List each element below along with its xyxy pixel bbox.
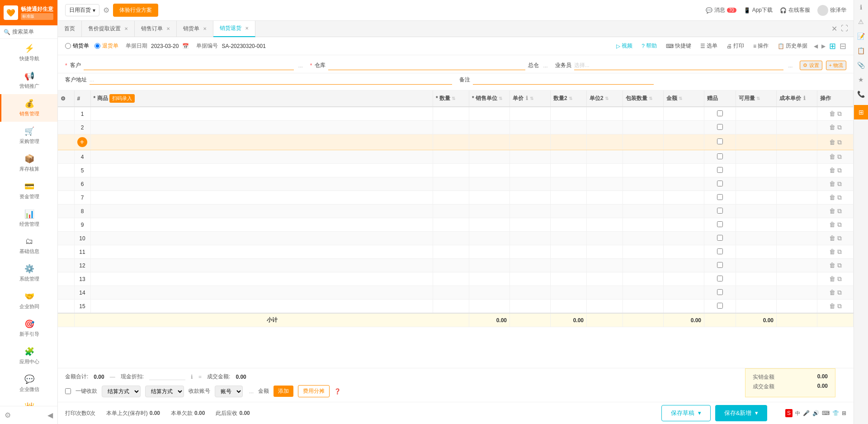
dropdown-icon[interactable]: ▾ [698, 410, 701, 416]
help-btn[interactable]: ? 帮助 [639, 41, 660, 51]
radio-return[interactable]: 退货单 [94, 42, 118, 50]
select-btn[interactable]: ☰ 选单 [698, 41, 720, 51]
row-delete-11[interactable]: 🗑 [829, 248, 835, 256]
qty-sort-icon[interactable]: ⇅ [452, 96, 455, 101]
gift-checkbox-11[interactable] [717, 248, 723, 254]
unit-sort-icon[interactable]: ⇅ [499, 96, 502, 101]
row-copy-10[interactable]: ⧉ [837, 234, 842, 242]
row-delete-6[interactable]: 🗑 [829, 180, 835, 188]
row-delete-10[interactable]: 🗑 [829, 234, 835, 242]
radio-sale[interactable]: 销货单 [65, 42, 89, 50]
list-view-icon[interactable]: ⊞ [829, 41, 836, 51]
sidebar-item-inventory[interactable]: 📦 库存核算 [0, 149, 57, 177]
gift-checkbox-3[interactable] [717, 138, 723, 144]
product-input-11[interactable] [94, 249, 430, 255]
product-input-9[interactable] [94, 222, 430, 228]
rs-log-icon[interactable]: 📋 [857, 47, 865, 54]
row-gift-7[interactable] [704, 191, 736, 205]
row-product-5[interactable] [90, 164, 433, 177]
row-copy-6[interactable]: ⧉ [837, 180, 842, 188]
sidebar-item-marketing[interactable]: 📢 营销推广 [0, 67, 57, 94]
row-delete-5[interactable]: 🗑 [829, 167, 835, 174]
radio-sale-input[interactable] [65, 43, 71, 49]
calc-method-select2[interactable]: 结算方式 [145, 386, 184, 397]
row-gift-6[interactable] [704, 177, 736, 191]
row-product-14[interactable] [90, 286, 433, 300]
product-input-1[interactable] [94, 111, 430, 117]
rs-phone-icon[interactable]: 📞 [857, 91, 865, 98]
row-delete-3[interactable]: 🗑 [829, 138, 835, 146]
tab-sales-order[interactable]: 销售订单 ✕ [135, 21, 177, 37]
one-click-payment-checkbox[interactable] [65, 388, 71, 394]
row-copy-9[interactable]: ⧉ [837, 221, 842, 229]
sidebar-item-newbie[interactable]: 🎯 新手引导 [0, 314, 57, 342]
address-input[interactable] [90, 75, 452, 85]
row-gift-10[interactable] [704, 232, 736, 245]
row-gift-5[interactable] [704, 164, 736, 177]
history-next-icon[interactable]: ▶ [821, 43, 826, 49]
gift-checkbox-14[interactable] [717, 289, 723, 295]
row-delete-12[interactable]: 🗑 [829, 262, 835, 269]
gift-checkbox-7[interactable] [717, 194, 723, 200]
note-input[interactable] [473, 75, 654, 85]
row-product-12[interactable] [90, 259, 433, 272]
product-input-15[interactable] [94, 303, 430, 310]
gift-checkbox-6[interactable] [717, 181, 723, 186]
row-delete-13[interactable]: 🗑 [829, 275, 835, 283]
sidebar-item-finance[interactable]: 💳 资金管理 [0, 177, 57, 205]
account-select[interactable]: 账号 [215, 386, 243, 397]
sidebar-item-system[interactable]: ⚙️ 系统管理 [0, 259, 57, 287]
tab-sales-delivery[interactable]: 销货单 ✕ [177, 21, 213, 37]
row-gift-1[interactable] [704, 107, 736, 121]
row-copy-1[interactable]: ⧉ [837, 110, 842, 118]
row-product-2[interactable] [90, 121, 433, 134]
sidebar-item-shortcut[interactable]: ⚡ 快捷导航 [0, 39, 57, 67]
save-new-btn[interactable]: 保存&新增 ▾ [715, 405, 767, 421]
salesperson-dots[interactable]: ... [788, 62, 793, 69]
add-row-btn[interactable]: + [77, 137, 87, 147]
row-delete-2[interactable]: 🗑 [829, 124, 835, 131]
unit2-sort-icon[interactable]: ⇅ [605, 96, 609, 101]
row-product-7[interactable] [90, 191, 433, 205]
row-copy-13[interactable]: ⧉ [837, 275, 842, 283]
row-copy-4[interactable]: ⧉ [837, 153, 842, 161]
gift-checkbox-4[interactable] [717, 153, 723, 159]
video-btn[interactable]: ▷ 视频 [613, 41, 635, 51]
scan-btn[interactable]: 扫码录入 [109, 94, 135, 103]
settings-btn[interactable]: ⚙ 设置 [800, 61, 822, 70]
rs-star-icon[interactable]: ★ [858, 76, 864, 83]
product-input-13[interactable] [94, 276, 430, 282]
row-copy-14[interactable]: ⧉ [837, 289, 842, 296]
experience-btn[interactable]: 体验行业方案 [113, 4, 158, 17]
row-product-8[interactable] [90, 205, 433, 218]
row-delete-15[interactable]: 🗑 [829, 302, 835, 310]
row-product-4[interactable] [90, 150, 433, 164]
product-input-7[interactable] [94, 195, 430, 201]
sidebar-item-purchase[interactable]: 🛒 采购管理 [0, 122, 57, 149]
row-product-10[interactable] [90, 232, 433, 245]
rs-note-icon[interactable]: 📝 [857, 33, 865, 40]
row-delete-8[interactable]: 🗑 [829, 207, 835, 215]
collapse-icon[interactable]: ◀ [47, 411, 53, 419]
row-gift-11[interactable] [704, 245, 736, 259]
product-input-8[interactable] [94, 208, 430, 214]
row-delete-4[interactable]: 🗑 [829, 153, 835, 161]
product-input-2[interactable] [94, 124, 430, 131]
row-gift-15[interactable] [704, 300, 736, 314]
sidebar-item-enterprise[interactable]: 🤝 企业协同 [0, 287, 57, 314]
row-product-3[interactable] [90, 134, 433, 150]
rs-active-icon[interactable]: ⊞ [854, 105, 868, 119]
logistics-btn[interactable]: + 物流 [826, 61, 846, 70]
row-delete-1[interactable]: 🗑 [829, 110, 835, 118]
tab-price-close[interactable]: ✕ [124, 26, 128, 31]
row-gift-8[interactable] [704, 205, 736, 218]
tab-sales-return-close[interactable]: ✕ [245, 26, 249, 31]
row-gift-13[interactable] [704, 272, 736, 286]
row-copy-3[interactable]: ⧉ [837, 138, 842, 146]
row-product-1[interactable] [90, 107, 433, 121]
row-copy-5[interactable]: ⧉ [837, 167, 842, 174]
sidebar-item-wechat[interactable]: 💬 企业微信 [0, 370, 57, 397]
product-input-3[interactable] [94, 139, 430, 145]
tab-sales-order-close[interactable]: ✕ [166, 26, 170, 31]
close-tab-icon[interactable]: ✕ [830, 24, 839, 34]
